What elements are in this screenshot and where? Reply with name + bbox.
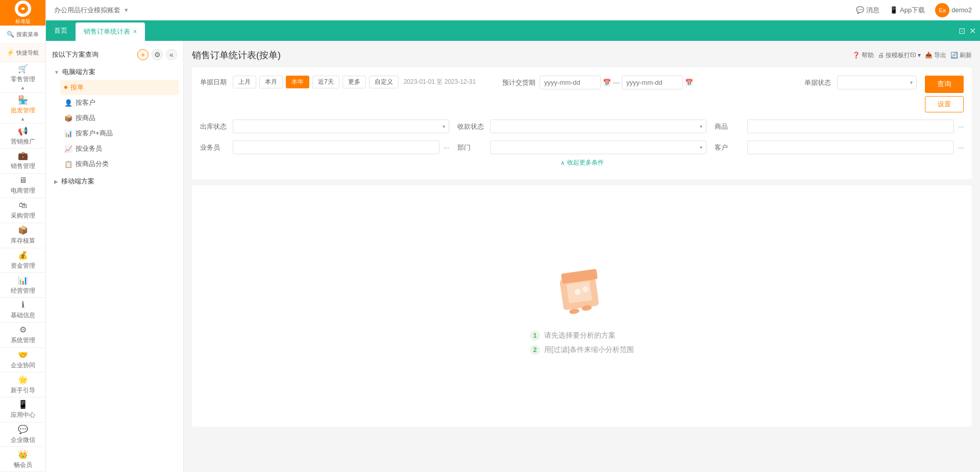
date-range-text: 2023-01-01 至 2023-12-31 xyxy=(404,78,476,86)
sidebar-item-marketing-label: 营销推广 xyxy=(11,137,35,146)
sidebar-item-basic[interactable]: ℹ 基础信息 xyxy=(0,298,46,323)
query-btn[interactable]: 查询 xyxy=(925,76,964,93)
topbar-dropdown-icon[interactable]: ▾ xyxy=(125,6,128,14)
user-profile[interactable]: Ea demo2 xyxy=(935,3,972,17)
sales-icon: 💼 xyxy=(18,151,28,160)
sidebar-item-wholesale[interactable]: 🏪 批发管理 ▲ xyxy=(0,93,46,124)
close-window-btn[interactable]: ✕ xyxy=(969,26,976,36)
more-date-btn[interactable]: 更多 xyxy=(342,76,366,88)
tab-sales-order-stats[interactable]: 销售订单统计表 × xyxy=(76,22,145,41)
sidebar-quicknav[interactable]: ⚡ 快捷导航 xyxy=(0,44,46,62)
sidebar-item-system[interactable]: ⚙ 系统管理 xyxy=(0,323,46,348)
tree-child-by-customer-product[interactable]: 📊 按客户+商品 xyxy=(60,126,179,141)
sidebar-item-enterprise[interactable]: 🤝 企业协同 xyxy=(0,348,46,373)
sidebar-item-newbie-label: 新手引导 xyxy=(11,386,35,395)
page-title-bar: 销售订单统计表(按单) ❓ 帮助 🖨 按模板打印 ▾ 📤 导出 xyxy=(192,49,972,61)
hint-text-2: 用[过滤]条件来缩小分析范围 xyxy=(544,345,634,355)
marketing-icon: 📢 xyxy=(18,126,28,136)
ecom-icon: 🖥 xyxy=(18,176,28,185)
tree-child-by-category[interactable]: 📋 按商品分类 xyxy=(60,156,179,172)
expected-date-start[interactable] xyxy=(540,76,601,89)
customer-input[interactable] xyxy=(747,140,954,154)
salesperson-input[interactable] xyxy=(233,140,439,154)
finance-icon: 💰 xyxy=(18,250,28,260)
help-btn[interactable]: ❓ 帮助 xyxy=(852,51,874,60)
product-input[interactable] xyxy=(747,120,954,133)
cal-start-icon[interactable]: 📅 xyxy=(603,79,611,86)
empty-state-panel: 1 请先选择要分析的方案 2 用[过滤]条件来缩小分析范围 xyxy=(192,185,972,427)
salesperson-more-btn[interactable]: ··· xyxy=(444,144,449,151)
sidebar-item-vip[interactable]: 👑 畅会员 xyxy=(0,447,46,472)
this-year-btn[interactable]: 本年 xyxy=(286,76,309,88)
customer-filter-cell: 客户 ··· xyxy=(715,140,964,154)
sidebar-item-finance-label: 资金管理 xyxy=(11,262,35,270)
filter-row-2: 出库状态 ▾ 收款状态 ▾ 商品 xyxy=(200,120,964,133)
collapse-bar[interactable]: ∧ 收起更多条件 xyxy=(200,154,964,171)
restore-btn[interactable]: ⊡ xyxy=(959,26,965,36)
tree-child-by-customer[interactable]: 👤 按客户 xyxy=(60,95,179,110)
app-download-btn[interactable]: 📱 App下载 xyxy=(890,6,925,15)
sidebar-item-finance[interactable]: 💰 资金管理 xyxy=(0,248,46,273)
purchase-icon: 🛍 xyxy=(18,201,28,210)
expected-date-end[interactable] xyxy=(622,76,683,89)
tabbar-right: ⊡ ✕ xyxy=(959,26,980,36)
export-icon: 📤 xyxy=(925,52,933,59)
payment-select-wrapper: ▾ xyxy=(490,120,706,133)
customer-label: 客户 xyxy=(715,143,743,152)
tree-parent-mobile[interactable]: ▶ 移动端方案 xyxy=(50,174,179,189)
tree-parent-pc[interactable]: ▼ 电脑端方案 xyxy=(50,64,179,80)
main-area: 办公用品行业模拟账套 ▾ 💬 消息 📱 App下载 Ea demo2 首页 xyxy=(46,0,980,472)
left-panel: 按以下方案查询 + ⚙ « ▼ 电脑端方案 xyxy=(46,41,184,472)
avatar: Ea xyxy=(935,3,949,17)
export-btn[interactable]: 📤 导出 xyxy=(925,51,946,60)
template-print-btn[interactable]: 🖨 按模板打印 ▾ xyxy=(878,51,921,60)
sidebar-item-retail[interactable]: 🛒 零售管理 ▲ xyxy=(0,62,46,93)
app-logo[interactable]: 标准版 xyxy=(0,0,46,26)
message-icon: 💬 xyxy=(856,6,864,14)
status-select[interactable] xyxy=(837,76,917,89)
sidebar-item-inventory[interactable]: 📦 库存核算 xyxy=(0,223,46,248)
add-scheme-btn[interactable]: + xyxy=(137,49,149,60)
pc-section-label: 电脑端方案 xyxy=(62,67,95,77)
sidebar-item-enterprise-wechat[interactable]: 💬 企业微信 xyxy=(0,422,46,447)
settings-btn[interactable]: 设置 xyxy=(925,96,964,112)
sidebar-item-marketing[interactable]: 📢 营销推广 xyxy=(0,124,46,149)
sidebar-item-app-center[interactable]: 📱 应用中心 xyxy=(0,397,46,422)
sidebar-item-newbie[interactable]: 🌟 新手引导 xyxy=(0,372,46,397)
settings-scheme-btn[interactable]: ⚙ xyxy=(152,49,163,60)
product-more-btn[interactable]: ··· xyxy=(958,123,964,130)
panel-header: 按以下方案查询 + ⚙ « xyxy=(46,47,183,64)
tree-child-by-order[interactable]: 按单 xyxy=(60,80,179,95)
industry-label: 办公用品行业模拟账套 xyxy=(54,6,120,15)
wholesale-arrow-icon: ▲ xyxy=(20,116,26,122)
payment-select[interactable] xyxy=(490,120,706,133)
last-month-btn[interactable]: 上月 xyxy=(233,76,256,88)
product-icon: 📦 xyxy=(64,114,72,122)
date-filter-group: 上月 本月 本年 近7天 更多 自定义 2023-01-01 至 2023-12… xyxy=(233,76,476,88)
sidebar-item-operation[interactable]: 📊 经营管理 xyxy=(0,273,46,298)
customer-more-btn[interactable]: ··· xyxy=(958,144,964,151)
collapse-panel-btn[interactable]: « xyxy=(166,49,177,60)
custom-date-btn[interactable]: 自定义 xyxy=(369,76,399,88)
sidebar-search[interactable]: 🔍 搜索菜单 xyxy=(0,26,46,44)
sidebar-item-purchase[interactable]: 🛍 采购管理 xyxy=(0,198,46,223)
tree-child-by-product[interactable]: 📦 按商品 xyxy=(60,110,179,126)
sidebar-item-basic-label: 基础信息 xyxy=(11,311,35,320)
last-7days-btn[interactable]: 近7天 xyxy=(312,76,339,88)
tab-home[interactable]: 首页 xyxy=(46,20,76,41)
department-select[interactable] xyxy=(490,140,706,154)
cal-end-icon[interactable]: 📅 xyxy=(685,79,693,86)
date-filter-label: 单据日期 xyxy=(200,78,229,87)
refresh-btn[interactable]: 🔄 刷新 xyxy=(950,51,972,60)
tab-sales-order-label: 销售订单统计表 xyxy=(84,27,130,36)
sidebar-item-sales[interactable]: 💼 销售管理 xyxy=(0,149,46,174)
sidebar-item-ecom[interactable]: 🖥 电商管理 xyxy=(0,174,46,199)
this-month-btn[interactable]: 本月 xyxy=(259,76,283,88)
shipment-select[interactable] xyxy=(233,120,449,133)
sidebar-quicknav-label: 快捷导航 xyxy=(16,49,39,57)
tree-child-by-salesperson[interactable]: 📈 按业务员 xyxy=(60,141,179,156)
empty-hint-1: 1 请先选择要分析的方案 xyxy=(530,331,634,341)
customer-product-icon: 📊 xyxy=(64,130,72,137)
message-btn[interactable]: 💬 消息 xyxy=(856,6,879,15)
tab-close-icon[interactable]: × xyxy=(133,28,137,35)
